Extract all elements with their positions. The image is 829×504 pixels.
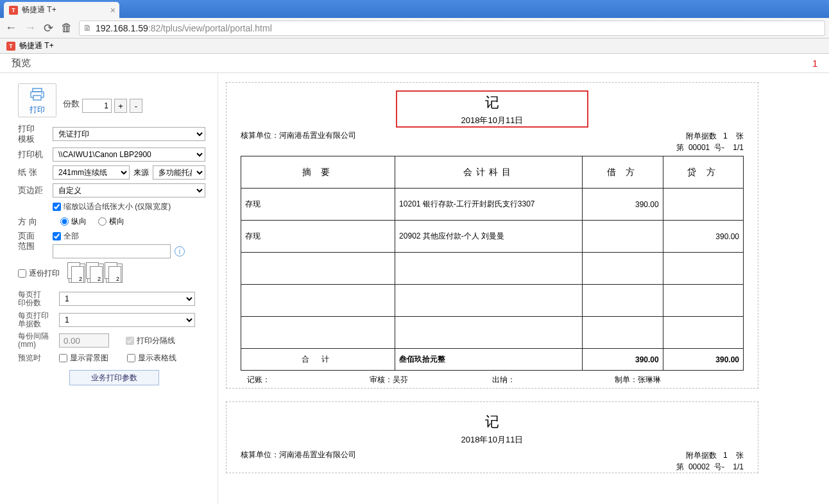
printer-select[interactable]: \\CAIWU1\Canon LBP2900 (53, 147, 205, 162)
url-input[interactable]: 🗎 192.168.1.59:82/tplus/view/portal/port… (79, 21, 825, 36)
per-page-orders-label: 每页打印 单据数 (18, 312, 55, 328)
copies-input[interactable] (82, 99, 112, 113)
paper-select[interactable]: 241mm连续纸 (53, 165, 130, 180)
show-bg-checkbox[interactable]: 显示背景图 (59, 353, 123, 364)
page-range-label: 页面 范围 (18, 231, 49, 251)
voucher-meta-right: 附单据数 1 张 第 00002 号- 1/1 (615, 449, 744, 473)
svg-rect-2 (33, 96, 41, 100)
org-value: 河南港岳置业有限公司 (279, 131, 356, 140)
footer-maker: 制单：张琳琳 (615, 374, 737, 385)
business-print-params-button[interactable]: 业务打印参数 (69, 370, 159, 385)
page-range-all-checkbox[interactable]: 全部 (53, 231, 185, 242)
copies-plus-button[interactable]: + (114, 99, 127, 113)
reload-icon[interactable]: ⟳ (42, 21, 55, 35)
printer-icon (28, 87, 46, 102)
table-row (241, 253, 744, 285)
voucher-footer: 记账： 审核：吴芬 出纳： 制单：张琳琳 (241, 374, 744, 385)
footer-entry: 记账： (247, 374, 370, 385)
preview-label: 预览时 (18, 354, 55, 362)
voucher-table: 摘 要 会计科目 借 方 贷 方 存现10201 银行存款-工行开封尉氏支行33… (241, 156, 744, 371)
printer-label: 打印机 (18, 149, 49, 160)
collate-checkbox[interactable]: 逐份打印 (18, 268, 60, 279)
browser-tab[interactable]: T 畅捷通 T+ × (4, 2, 119, 18)
trash-icon[interactable]: 🗑 (60, 21, 74, 35)
document-icon: 🗎 (83, 23, 92, 33)
col-credit: 贷 方 (663, 156, 743, 189)
footer-audit: 审核：吴芬 (370, 374, 492, 385)
header-count: 1 (812, 58, 817, 69)
copies-minus-button[interactable]: - (130, 99, 142, 113)
forward-icon[interactable]: → (23, 21, 37, 35)
address-bar: ← → ⟳ 🗑 🗎 192.168.1.59:82/tplus/view/por… (0, 18, 829, 38)
url-path: /tplus/view/portal/portal.html (160, 23, 272, 33)
svg-point-3 (41, 93, 42, 94)
bookmark-favicon-icon: T (6, 42, 15, 51)
bookmarks-bar: T 畅捷通 T+ (0, 38, 829, 54)
footer-cashier: 出纳： (492, 374, 615, 385)
voucher-date: 2018年10月11日 (241, 434, 744, 446)
voucher-meta-right: 附单据数 1 张 第 00001 号- 1/1 (615, 130, 744, 153)
table-row (241, 285, 744, 317)
col-subject: 会计科目 (395, 156, 583, 189)
collate-preview-icon: 12 (87, 264, 104, 283)
orientation-landscape-radio[interactable]: 横向 (98, 216, 124, 227)
back-icon[interactable]: ← (4, 21, 18, 35)
tab-title: 畅捷通 T+ (22, 4, 56, 15)
table-row: 存现10201 银行存款-工行开封尉氏支行3307390.00 (241, 189, 744, 221)
table-row (241, 317, 744, 349)
org-label: 核算单位： (241, 450, 279, 459)
page-range-input[interactable] (53, 244, 171, 258)
print-separator-checkbox[interactable]: 打印分隔线 (126, 335, 175, 346)
print-button-label: 打印 (19, 105, 56, 115)
print-button[interactable]: 打印 (18, 83, 56, 117)
per-page-copies-select[interactable]: 1 (59, 292, 195, 306)
table-row: 存现20902 其他应付款-个人 刘曼曼390.00 (241, 221, 744, 253)
highlight-box (396, 90, 588, 128)
app-header: 预览 1 (0, 54, 829, 73)
paper-label: 纸 张 (18, 167, 49, 178)
app-favicon-icon: T (9, 6, 18, 15)
fit-width-checkbox-input[interactable] (53, 203, 61, 211)
source-label: 来源 (133, 167, 149, 178)
margin-label: 页边距 (18, 185, 49, 196)
spacing-input (59, 333, 109, 348)
show-grid-checkbox[interactable]: 显示表格线 (127, 353, 176, 364)
voucher-title: 记 (241, 412, 744, 432)
per-page-orders-select[interactable]: 1 (59, 313, 195, 327)
url-port: :82 (148, 23, 160, 33)
print-settings-sidebar: 打印 份数 + - 打印 模板 凭证打印 打印机 \\CAIWU1\Canon … (0, 73, 218, 504)
total-row: 合 计 叁佰玖拾元整 390.00 390.00 (241, 349, 744, 371)
collate-preview-icon: 12 (106, 264, 123, 283)
page-title: 预览 (12, 57, 31, 69)
margin-select[interactable]: 自定义 (53, 183, 205, 197)
voucher-page: 记 2018年10月11日 核算单位：河南港岳置业有限公司 附单据数 1 张 第… (226, 82, 758, 389)
close-icon[interactable]: × (110, 5, 115, 15)
bookmark-title[interactable]: 畅捷通 T+ (19, 40, 54, 51)
col-summary: 摘 要 (241, 156, 395, 189)
fit-width-checkbox[interactable]: 缩放以适合纸张大小 (仅限宽度) (53, 201, 171, 212)
col-debit: 借 方 (583, 156, 663, 189)
org-label: 核算单位： (241, 131, 279, 140)
url-ip: 192.168.1.59 (96, 23, 148, 33)
org-value: 河南港岳置业有限公司 (279, 450, 356, 459)
preview-content[interactable]: 记 2018年10月11日 核算单位：河南港岳置业有限公司 附单据数 1 张 第… (218, 73, 829, 504)
collate-preview-icon: 12 (69, 264, 85, 283)
source-select[interactable]: 多功能托盘 (153, 165, 205, 180)
template-label: 打印 模板 (18, 124, 49, 144)
copies-label: 份数 (63, 98, 80, 110)
orientation-label: 方 向 (18, 217, 49, 227)
spacing-label: 每份间隔 (mm) (18, 332, 55, 349)
orientation-portrait-radio[interactable]: 纵向 (60, 216, 87, 227)
info-icon[interactable]: i (175, 246, 185, 256)
voucher-page: 记 2018年10月11日 核算单位：河南港岳置业有限公司 附单据数 1 张 第… (226, 401, 758, 473)
per-page-copies-label: 每页打 印份数 (18, 290, 55, 307)
template-select[interactable]: 凭证打印 (53, 127, 205, 141)
browser-tabs: T 畅捷通 T+ × (0, 0, 829, 18)
